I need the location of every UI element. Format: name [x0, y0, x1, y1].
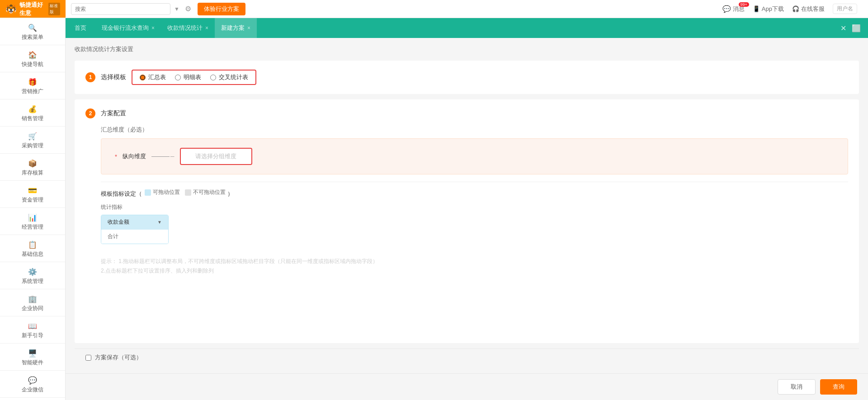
- user-info[interactable]: 用户名: [833, 4, 857, 14]
- sidebar-nav-label: 快捷导航: [22, 61, 43, 68]
- support-icon: 🎧: [792, 5, 799, 12]
- tab-close-all-icon[interactable]: ✕: [840, 24, 846, 33]
- radio-cross-label: 交叉统计表: [219, 73, 248, 81]
- nondraggable-dot: [185, 189, 191, 196]
- sidebar-item-enterprise[interactable]: 🏢 企业协同: [0, 289, 65, 316]
- tab-collection[interactable]: 收款情况统计 ×: [161, 18, 215, 38]
- trial-btn[interactable]: 体验行业方案: [198, 3, 245, 15]
- radio-summary[interactable]: 汇总表: [140, 73, 166, 81]
- step2-label: 方案配置: [101, 109, 126, 118]
- sidebar-item-search[interactable]: 🔍 搜索菜单: [0, 18, 65, 45]
- sidebar-management-label: 经营管理: [22, 223, 43, 231]
- draggable-legend: 可拖动位置: [145, 188, 180, 196]
- cancel-btn[interactable]: 取消: [778, 379, 816, 395]
- sidebar-item-wechat[interactable]: 💬 企业微信: [0, 371, 65, 398]
- stat-indicator-group: 统计指标 收款金额 ▼ 合计: [101, 203, 169, 244]
- sidebar-item-sales[interactable]: 💰 销售管理: [0, 99, 65, 127]
- sidebar-sales-label: 销售管理: [22, 115, 43, 122]
- tab-bank-label: 现金银行流水查询: [102, 24, 149, 32]
- sales-icon: 💰: [28, 105, 37, 113]
- col-dropdown-icon: ▼: [157, 220, 162, 225]
- nondraggable-legend: 不可拖动位置: [185, 188, 226, 196]
- sidebar-item-guide[interactable]: 📖 新手引导: [0, 316, 65, 344]
- sidebar-item-inventory[interactable]: 📦 库存核算: [0, 154, 65, 181]
- required-marker: *: [115, 153, 117, 160]
- enterprise-icon: 🏢: [28, 295, 37, 303]
- download-icon: 📱: [753, 5, 760, 12]
- draggable-dot: [145, 189, 151, 196]
- dimension-title: 汇总维度（必选）: [101, 126, 848, 134]
- sidebar-basic-label: 基础信息: [22, 250, 43, 258]
- sidebar-item-funds[interactable]: 💳 资金管理: [0, 181, 65, 208]
- dimension-area: * 纵向维度 ─ 请选择分组维度: [101, 138, 848, 174]
- sidebar-search-label: 搜索菜单: [22, 33, 43, 41]
- radio-detail[interactable]: 明细表: [175, 73, 201, 81]
- home-icon: 🏠: [28, 51, 37, 59]
- radio-cross[interactable]: 交叉统计表: [210, 73, 248, 81]
- marketing-icon: 🎁: [28, 78, 37, 86]
- sidebar-item-system[interactable]: ⚙️ 系统管理: [0, 262, 65, 289]
- save-checkbox[interactable]: [85, 355, 91, 361]
- save-label: 方案保存（可选）: [95, 353, 142, 362]
- tab-new-plan-close[interactable]: ×: [247, 25, 250, 31]
- sidebar-item-hardware[interactable]: 🖥️ 智能硬件: [0, 344, 65, 371]
- sidebar-wechat-label: 企业微信: [22, 386, 43, 394]
- logo-badge: 标准版: [48, 3, 60, 15]
- support-btn[interactable]: 🎧 在线客服: [792, 5, 825, 13]
- sidebar-guide-label: 新手引导: [22, 332, 43, 339]
- tab-collection-label: 收款情况统计: [167, 24, 203, 32]
- tab-new-plan-label: 新建方案: [221, 24, 245, 32]
- sidebar-item-management[interactable]: 📊 经营管理: [0, 208, 65, 235]
- download-btn[interactable]: 📱 App下载: [753, 5, 784, 13]
- tab-maximize-icon[interactable]: ⬜: [852, 24, 861, 33]
- dim-select-box[interactable]: 请选择分组维度: [180, 148, 252, 165]
- search-input[interactable]: [71, 3, 170, 15]
- logo-icon: 🐯: [5, 4, 17, 14]
- row-label: 合计: [108, 233, 118, 240]
- search-menu-icon: 🔍: [28, 24, 37, 32]
- col-header-label: 收款金额: [108, 218, 129, 226]
- query-btn[interactable]: 查询: [820, 379, 857, 395]
- tip-item-1: 提示： 1.拖动标题栏可以调整布局，不可跨维度或指标区域拖动栏目字段（只能在同一…: [101, 258, 848, 265]
- arrow-connector: ─: [151, 153, 175, 160]
- nondraggable-label: 不可拖动位置: [193, 188, 226, 196]
- template-radio-group: 汇总表 明细表 交叉统计表: [132, 70, 256, 85]
- basic-icon: 📋: [28, 240, 37, 249]
- settings-icon[interactable]: ⚙: [185, 5, 191, 13]
- tip-item-2: 2.点击标题栏下拉可设置排序、插入列和删除列: [101, 267, 848, 275]
- indicator-title: 模板指标设定（ 可拖动位置 不可拖动位置 ）: [101, 188, 233, 198]
- app-logo: 🐯 畅捷通好生意 标准版: [0, 0, 66, 18]
- message-icon: 💬: [722, 5, 731, 13]
- tab-collection-close[interactable]: ×: [205, 25, 208, 31]
- message-btn[interactable]: 💬 消息 99+: [722, 5, 745, 13]
- tab-home[interactable]: 首页: [66, 18, 95, 38]
- sidebar-item-basic[interactable]: 📋 基础信息: [0, 235, 65, 262]
- sidebar-item-marketing[interactable]: 🎁 营销推广: [0, 72, 65, 99]
- radio-detail-label: 明细表: [184, 73, 201, 81]
- logo-text: 畅捷通好生意: [19, 1, 46, 17]
- indicator-row: 合计: [101, 229, 168, 244]
- sidebar-hardware-label: 智能硬件: [22, 359, 43, 367]
- dimension-subsection: 汇总维度（必选） * 纵向维度 ─ 请选择分组维度: [101, 126, 848, 275]
- sidebar-marketing-label: 营销推广: [22, 88, 43, 95]
- sidebar-purchase-label: 采购管理: [22, 142, 43, 150]
- management-icon: 📊: [28, 213, 37, 222]
- tab-bank-close[interactable]: ×: [151, 25, 155, 31]
- stat-label: 统计指标: [101, 203, 169, 211]
- sidebar-enterprise-label: 企业协同: [22, 305, 43, 312]
- tab-new-plan[interactable]: 新建方案 ×: [215, 18, 257, 38]
- wechat-icon: 💬: [28, 376, 37, 385]
- save-option-bar: 方案保存（可选）: [75, 348, 859, 366]
- radio-summary-label: 汇总表: [148, 73, 166, 81]
- step1-indicator: 1: [85, 72, 95, 82]
- step1-num: 1: [89, 74, 92, 80]
- sidebar-item-member[interactable]: 👑 畅会员: [0, 398, 65, 400]
- support-label: 在线客服: [801, 5, 825, 13]
- sidebar-funds-label: 资金管理: [22, 196, 43, 204]
- indicator-col-header[interactable]: 收款金额 ▼: [101, 215, 168, 229]
- search-dropdown-icon[interactable]: ▼: [174, 6, 179, 12]
- footer-btns: 取消 查询: [66, 373, 868, 400]
- sidebar-item-purchase[interactable]: 🛒 采购管理: [0, 127, 65, 154]
- tab-bank[interactable]: 现金银行流水查询 ×: [95, 18, 161, 38]
- sidebar-item-nav[interactable]: 🏠 快捷导航: [0, 45, 65, 72]
